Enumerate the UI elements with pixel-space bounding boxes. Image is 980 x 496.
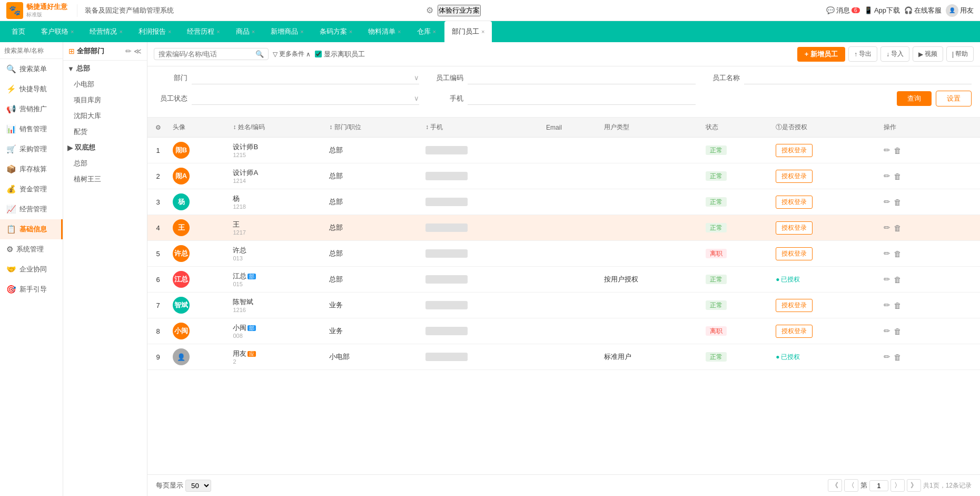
- delete-icon[interactable]: 🗑: [894, 223, 902, 232]
- edit-icon[interactable]: ✏: [884, 223, 890, 232]
- settings-icon[interactable]: ⚙: [155, 124, 161, 131]
- auth-button[interactable]: 授权登录: [776, 196, 813, 209]
- edit-icon[interactable]: ✏: [884, 197, 890, 207]
- delete-icon[interactable]: 🗑: [894, 327, 902, 336]
- tree-node-head[interactable]: ▼ 总部: [63, 61, 147, 76]
- app-download-btn[interactable]: 📱 App下载: [864, 6, 900, 15]
- col-phone[interactable]: ↕ 手机: [421, 118, 542, 138]
- close-icon[interactable]: ×: [481, 28, 484, 35]
- auth-button[interactable]: 授权登录: [776, 221, 813, 235]
- close-icon[interactable]: ×: [119, 28, 122, 35]
- user-btn[interactable]: 👤 用友: [946, 4, 974, 17]
- tab-bom[interactable]: 物料清单×: [361, 21, 408, 42]
- trial-button[interactable]: 体验行业方案: [438, 5, 481, 16]
- sidebar-item-purchase[interactable]: 🛒 采购管理: [0, 139, 63, 159]
- import-button[interactable]: ↓ 导入: [880, 46, 909, 62]
- sidebar-item-guide[interactable]: 🎯 新手引导: [0, 279, 63, 299]
- sidebar-item-system[interactable]: ⚙ 系统管理: [0, 239, 63, 259]
- auth-button[interactable]: 授权登录: [776, 247, 813, 260]
- edit-icon[interactable]: ✏: [125, 47, 132, 55]
- edit-icon[interactable]: ✏: [884, 326, 890, 336]
- sidebar-item-finance[interactable]: 💰 资金管理: [0, 179, 63, 199]
- tree-node-hq[interactable]: 总部: [63, 155, 147, 171]
- sidebar-item-collab[interactable]: 🤝 企业协同: [0, 259, 63, 279]
- auth-button[interactable]: 授权登录: [776, 325, 813, 338]
- close-icon[interactable]: ×: [349, 28, 352, 35]
- export-button[interactable]: ↑ 导出: [848, 46, 877, 62]
- prev-page-btn[interactable]: 〈: [844, 479, 858, 492]
- tab-profit[interactable]: 利润报告×: [131, 21, 179, 42]
- delete-icon[interactable]: 🗑: [894, 146, 902, 155]
- gear-icon[interactable]: ⚙: [426, 5, 433, 15]
- tab-barcode[interactable]: 条码方案×: [312, 21, 360, 42]
- delete-icon[interactable]: 🗑: [894, 353, 902, 362]
- show-resigned-input[interactable]: [315, 51, 322, 57]
- auth-button[interactable]: 授权登录: [776, 170, 813, 183]
- sidebar-item-inventory[interactable]: 📦 库存核算: [0, 159, 63, 179]
- delete-icon[interactable]: 🗑: [894, 198, 902, 207]
- auth-button[interactable]: 授权登录: [776, 299, 813, 312]
- first-page-btn[interactable]: 《: [828, 479, 842, 492]
- search-box[interactable]: 🔍: [154, 48, 269, 60]
- close-icon[interactable]: ×: [433, 28, 436, 35]
- delete-icon[interactable]: 🗑: [894, 172, 902, 181]
- tab-employees[interactable]: 部门员工×: [444, 21, 492, 42]
- delete-icon[interactable]: 🗑: [894, 301, 902, 310]
- phone-input[interactable]: [468, 92, 695, 105]
- tab-goods[interactable]: 商品×: [229, 21, 262, 42]
- page-size-select[interactable]: 50: [185, 480, 211, 492]
- tree-node-plant[interactable]: 植树王三: [63, 171, 147, 187]
- auth-button[interactable]: 授权登录: [776, 144, 813, 157]
- emp-name-input[interactable]: [744, 72, 972, 84]
- col-name[interactable]: ↕ 姓名/编码: [229, 118, 325, 138]
- sidebar-search-input[interactable]: [4, 47, 63, 54]
- sidebar-item-sales[interactable]: 📊 销售管理: [0, 119, 63, 139]
- emp-status-select[interactable]: ∨: [192, 92, 419, 105]
- edit-icon[interactable]: ✏: [884, 249, 890, 258]
- close-icon[interactable]: ×: [168, 28, 171, 35]
- sidebar-search[interactable]: 🔍: [0, 42, 63, 59]
- edit-icon[interactable]: ✏: [884, 352, 890, 362]
- edit-icon[interactable]: ✏: [884, 300, 890, 310]
- delete-icon[interactable]: 🗑: [894, 275, 902, 284]
- edit-icon[interactable]: ✏: [884, 171, 890, 181]
- close-icon[interactable]: ×: [216, 28, 220, 35]
- collapse-icon[interactable]: ≪: [134, 47, 142, 55]
- tab-operation[interactable]: 经营情况×: [82, 21, 130, 42]
- service-btn[interactable]: 🎧 在线客服: [904, 6, 942, 15]
- tree-node-project[interactable]: 项目库房: [63, 92, 147, 108]
- tab-add-goods[interactable]: 新增商品×: [263, 21, 311, 42]
- sidebar-item-search[interactable]: 🔍 搜索菜单: [0, 59, 63, 79]
- close-icon[interactable]: ×: [252, 28, 255, 35]
- message-btn[interactable]: 💬 消息 6: [826, 6, 860, 15]
- tree-node-delivery[interactable]: 配货: [63, 124, 147, 140]
- sidebar-item-nav[interactable]: ⚡ 快捷导航: [0, 79, 63, 99]
- tab-history[interactable]: 经营历程×: [180, 21, 227, 42]
- tab-warehouse[interactable]: 仓库×: [410, 21, 443, 42]
- tab-home[interactable]: 首页: [4, 21, 33, 42]
- tree-node-double[interactable]: ▶ 双底想: [63, 140, 147, 155]
- close-icon[interactable]: ×: [398, 28, 401, 35]
- tree-node-shenyang[interactable]: 沈阳大库: [63, 108, 147, 124]
- edit-icon[interactable]: ✏: [884, 275, 890, 284]
- col-dept[interactable]: ↕ 部门/职位: [325, 118, 421, 138]
- filter-more-btn[interactable]: ▽ 更多条件 ∧: [273, 50, 311, 59]
- show-resigned-checkbox[interactable]: 显示离职员工: [315, 50, 365, 59]
- next-page-btn[interactable]: 〉: [890, 479, 905, 492]
- close-icon[interactable]: ×: [300, 28, 303, 35]
- emp-code-input[interactable]: [468, 72, 695, 84]
- help-button[interactable]: | 帮助: [946, 46, 974, 62]
- delete-icon[interactable]: 🗑: [894, 249, 902, 258]
- sidebar-item-operations[interactable]: 📈 经营管理: [0, 199, 63, 219]
- set-button[interactable]: 设置: [936, 91, 972, 106]
- sidebar-item-marketing[interactable]: 📢 营销推广: [0, 99, 63, 119]
- tab-customer[interactable]: 客户联络×: [34, 21, 81, 42]
- tree-node-electric[interactable]: 小电部: [63, 76, 147, 92]
- edit-icon[interactable]: ✏: [884, 145, 890, 155]
- view-button[interactable]: ▶ 视频: [913, 46, 943, 62]
- page-input[interactable]: [869, 480, 888, 491]
- search-input[interactable]: [159, 50, 253, 58]
- add-employee-button[interactable]: + 新增员工: [797, 47, 845, 62]
- last-page-btn[interactable]: 》: [907, 479, 921, 492]
- dept-select[interactable]: ∨: [192, 72, 419, 84]
